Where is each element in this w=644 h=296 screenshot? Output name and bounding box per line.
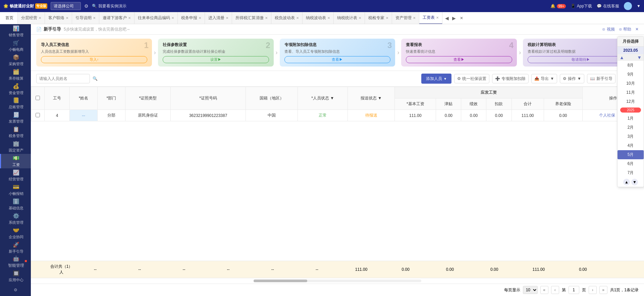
user-menu-icon[interactable]: ▼ — [637, 4, 641, 8]
sidebar-item-tax[interactable]: 📋 税务管理 — [0, 125, 31, 139]
tab-income-tax[interactable]: 所得税汇算清缴✕ — [232, 12, 271, 24]
demo-link[interactable]: 🔍 我要看实例演示 — [92, 3, 126, 9]
report-filter-icon[interactable]: ▼ — [378, 96, 382, 100]
month-picker-down[interactable]: ▼ — [637, 55, 642, 60]
sidebar-item-finance[interactable]: 💰 资金管理 — [0, 82, 31, 96]
month-item-8[interactable]: 8月 — [618, 61, 644, 70]
search-icon[interactable]: 🔍 — [93, 76, 98, 81]
row-checkbox[interactable] — [36, 113, 40, 117]
tab-fenceng[interactable]: 分层经营✕ — [18, 12, 45, 24]
page-input[interactable] — [569, 286, 579, 294]
sidebar-item-ledger[interactable]: 📒 总账管理 — [0, 96, 31, 111]
sidebar-item-inventory[interactable]: 🗂️ 库存核算 — [0, 68, 31, 82]
scrollbar-track[interactable] — [254, 280, 421, 282]
tab-home[interactable]: 首页 — [1, 12, 18, 24]
tab-asset[interactable]: 资产管理✕ — [392, 12, 419, 24]
month-item-12[interactable]: 12月 — [618, 97, 644, 106]
tab-salary[interactable]: 工资表✕ — [419, 12, 442, 24]
sidebar-item-operations[interactable]: 📈 经营管理 — [0, 168, 31, 183]
export-btn[interactable]: 📤 导出 ▼ — [531, 74, 557, 83]
status-filter-icon[interactable]: ▼ — [330, 96, 334, 100]
sidebar-item-expense[interactable]: 💳 小畅报销 — [0, 183, 31, 197]
tab-close-invite[interactable]: ✕ — [128, 16, 131, 20]
sidebar-item-fixed-asset[interactable]: 🏢 固定资产 — [0, 139, 31, 154]
sidebar-item-sales[interactable]: 📊 销售管理 — [0, 24, 31, 39]
notification-btn[interactable]: 🔔 99+ — [550, 4, 566, 8]
user-avatar[interactable] — [624, 2, 632, 10]
tab-close-yindao[interactable]: ✕ — [93, 16, 96, 20]
tab-close-tax-expert[interactable]: ✕ — [386, 16, 388, 20]
per-page-select[interactable]: 10 20 50 — [523, 286, 538, 294]
newguide-btn[interactable]: 📖 新手引导 — [587, 74, 615, 83]
tab-nav-right[interactable]: ▶ — [451, 15, 457, 22]
search-input[interactable] — [36, 74, 90, 83]
horizontal-scrollbar[interactable] — [31, 278, 644, 284]
sidebar-item-salary[interactable]: 💵 工资 — [0, 154, 31, 168]
personal-insurance-link[interactable]: 个人社保 — [599, 113, 615, 118]
month-item-4[interactable]: 4月 — [618, 141, 644, 150]
settings-icon[interactable]: ⚙ — [84, 3, 89, 9]
select-all-checkbox[interactable] — [36, 96, 40, 100]
sidebar-item-system[interactable]: ⚙️ 系统管理 — [0, 212, 31, 226]
tab-close-tax-wave[interactable]: ✕ — [327, 16, 330, 20]
sidebar-item-appstore[interactable]: 🔲 应用中心 — [0, 269, 31, 284]
tab-close-kehu[interactable]: ✕ — [66, 16, 68, 20]
sidebar-item-invoice[interactable]: 🧾 发票管理 — [0, 111, 31, 125]
page-next-btn[interactable]: › — [589, 286, 597, 294]
year-2025-badge[interactable]: 2025 — [620, 108, 641, 113]
month-item-3[interactable]: 3月 — [618, 132, 644, 141]
special-deduction-btn[interactable]: ➕ 专项附加扣除 — [492, 74, 529, 83]
month-item-6[interactable]: 6月 — [618, 159, 644, 168]
tab-invite[interactable]: 邀请下游客户✕ — [99, 12, 135, 24]
sidebar-item-collab[interactable]: 🤝 企业协同 — [0, 226, 31, 241]
tab-close-tax-report[interactable]: ✕ — [199, 16, 201, 20]
sidebar-item-ai[interactable]: 🤖 智能管理 — [0, 255, 31, 269]
month-item-7[interactable]: 7月 — [618, 168, 644, 177]
app-download-btn[interactable]: 📱 App下载 — [571, 3, 592, 9]
guide-close-icon[interactable]: ✕ — [635, 27, 639, 32]
tab-tax-stat[interactable]: 纳税统计表✕ — [334, 12, 365, 24]
month-item-2[interactable]: 2月 — [618, 123, 644, 132]
sidebar-settings-btn[interactable]: ⚙ — [0, 284, 31, 296]
sidebar-item-purchase[interactable]: 📦 采购管理 — [0, 53, 31, 68]
tab-qingce[interactable]: 进入清册✕ — [205, 12, 232, 24]
tab-close-fenceng[interactable]: ✕ — [39, 16, 41, 20]
page-last-btn[interactable]: » — [599, 286, 607, 294]
tab-close-tax-stat[interactable]: ✕ — [359, 16, 361, 20]
tab-product-code[interactable]: 往来单位商品编码✕ — [135, 12, 178, 24]
add-employee-button[interactable]: 添加人员 ▼ — [421, 74, 451, 84]
tab-close-qingce[interactable]: ✕ — [226, 16, 228, 20]
step-btn-2[interactable]: 设置▶ — [163, 56, 269, 63]
unified-social-insurance-btn[interactable]: ⚙ 统一社保设置 — [454, 74, 489, 83]
tab-nav-left[interactable]: ◀ — [444, 15, 450, 22]
sidebar-item-basic-info[interactable]: ℹ️ 基础信息 — [0, 197, 31, 212]
tab-close-income-tax[interactable]: ✕ — [265, 16, 268, 20]
sidebar-item-ecommerce[interactable]: 🛒 小畅电商 — [0, 39, 31, 53]
month-item-5[interactable]: 5月 — [618, 150, 644, 159]
tab-close-salary[interactable]: ✕ — [436, 16, 439, 19]
step-btn-4[interactable]: 查看▶ — [406, 56, 512, 63]
month-item-11[interactable]: 11月 — [618, 88, 644, 97]
company-select[interactable]: 请选择公司 — [51, 2, 81, 10]
guide-help-link[interactable]: ⊙ 帮助 — [619, 27, 631, 32]
month-item-9[interactable]: 9月 — [618, 70, 644, 79]
tab-yindao[interactable]: 引导说明✕ — [72, 12, 99, 24]
tab-tax-report[interactable]: 税务申报✕ — [178, 12, 205, 24]
step-btn-3[interactable]: 查看▶ — [284, 56, 391, 63]
tab-close-asset[interactable]: ✕ — [413, 16, 416, 20]
tab-close-tax-burden[interactable]: ✕ — [296, 16, 299, 20]
tab-tax-burden[interactable]: 税负波动表✕ — [271, 12, 303, 24]
month-item-1[interactable]: 1月 — [618, 114, 644, 123]
tab-close-all[interactable]: ✕ — [458, 16, 465, 20]
tab-tax-expert[interactable]: 税检专家✕ — [365, 12, 392, 24]
month-item-10[interactable]: 10月 — [618, 79, 644, 88]
month-picker-up-btn[interactable]: ▲ — [623, 179, 630, 185]
scrollbar-thumb[interactable] — [254, 280, 307, 282]
page-first-btn[interactable]: « — [540, 286, 548, 294]
tab-close-product-code[interactable]: ✕ — [171, 16, 174, 20]
month-picker-up[interactable]: ▲ — [620, 55, 624, 60]
month-picker-down-btn[interactable]: ▼ — [631, 179, 638, 185]
tab-kehu[interactable]: 客户联络✕ — [45, 12, 72, 24]
sidebar-item-newguide[interactable]: 🚀 新手引导 — [0, 241, 31, 255]
guide-video-link[interactable]: ⊙ 视频 — [602, 27, 614, 32]
